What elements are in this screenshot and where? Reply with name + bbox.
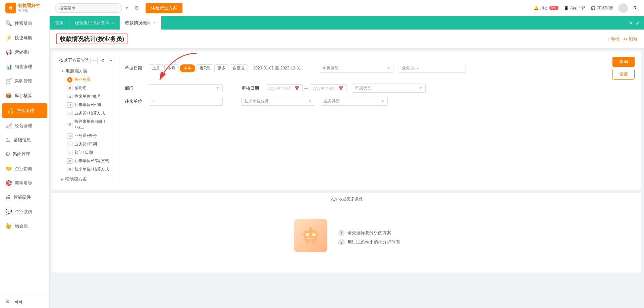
scheme-item-salesman[interactable]: ● 按业务员 [64, 75, 115, 84]
sidebar-item-wechat[interactable]: 💬 企业微信 [0, 204, 49, 219]
partner-select[interactable]: ··· [149, 97, 223, 106]
scheme-item-salesman-date[interactable]: ○ 业务员+日期 [64, 140, 115, 148]
scheme-item-pa-label: 往来单位+账号 [74, 94, 101, 99]
voucher-type-select[interactable]: 单据类型 ▼ [320, 64, 393, 73]
date-this-year-btn[interactable]: 本年 [180, 64, 195, 72]
user-avatar[interactable] [619, 3, 628, 13]
sidebar-item-operations[interactable]: 📈 经营管理 [0, 118, 49, 133]
sidebar-item-search[interactable]: 🔍 搜索菜单 [0, 16, 49, 31]
logo-area: 6 畅捷通好生 标准版 [5, 3, 55, 13]
scheme-item-dept-date[interactable]: ○ 部门+日期 [64, 148, 115, 157]
online-service-item[interactable]: 🎧 在线客服 [591, 5, 613, 11]
scheme-item-salesman-acct[interactable]: ⊟ 业务员+账号 [64, 132, 115, 140]
audit-date-to-input[interactable]: yyyy-mm-dd 📅 [310, 84, 346, 92]
sidebar-item-inventory[interactable]: 📦 库存核算 [0, 88, 49, 103]
sidebar-collapse-icon[interactable]: ◀◀ [14, 298, 22, 305]
scheme-item-ps1-icon: ⊞ [67, 158, 72, 164]
empty-step-2: 2 用过滤条件来缩小分析范围 [338, 239, 400, 246]
scheme-group-desktop-header[interactable]: ▼ 电脑端方案 [59, 67, 115, 75]
add-scheme-button[interactable]: + [90, 57, 98, 64]
notification-item[interactable]: 🔔 消息 99+ [534, 5, 558, 11]
dept-select[interactable]: ▼ [149, 84, 223, 92]
tab-receipt-stats-close[interactable]: × [153, 20, 156, 25]
scheme-item-sd-label: 业务员+日期 [74, 141, 97, 147]
collapse-bar[interactable]: ⋀⋀ 收起更多条件 [52, 193, 641, 205]
business-type-select[interactable]: 业务类型 ▼ [321, 97, 388, 106]
scheme-item-ps2-label: 往来单位+结算方式 [74, 166, 109, 172]
sidebar-item-finance[interactable]: 💰 资金管理 [2, 103, 47, 118]
scheme-item-partner-settle2[interactable]: ⊟ 往来单位+结算方式 [64, 165, 115, 173]
date-last-month-btn[interactable]: 上月 [149, 64, 163, 72]
audit-date-from-input[interactable]: yyyy-mm-dd 📅 [266, 84, 303, 92]
sidebar-item-hardware[interactable]: 🖨 智能硬件 [0, 190, 49, 204]
query-button[interactable]: 查询 [612, 57, 635, 67]
collapse-scheme-button[interactable]: « [108, 57, 115, 64]
audit-date-from-placeholder: yyyy-mm-dd [269, 86, 290, 91]
svg-rect-2 [306, 233, 309, 236]
sidebar-item-basic-info[interactable]: 🗂 基础信息 [0, 133, 49, 147]
tab-cash-flow-label: 现金银行流水查询 [75, 20, 110, 26]
scheme-item-partner-account[interactable]: ⊟ 往来单位+账号 [64, 92, 115, 101]
trial-button[interactable]: 体验行业方案 [146, 3, 182, 13]
scheme-item-pd-icon: ⊟ [67, 102, 72, 108]
settings-icon[interactable]: ⚙ [134, 5, 139, 11]
business-type-dropdown-icon: ▼ [381, 99, 385, 104]
page-header-right: ↑ 导出 ↻ 刷新 [607, 36, 638, 42]
tab-close-window-icon[interactable]: ✕ [629, 20, 633, 26]
search-input[interactable] [55, 3, 122, 13]
sidebar-item-nav[interactable]: ⚡ 快捷导航 [0, 31, 49, 45]
date-7days-btn[interactable]: 近7天 [197, 64, 213, 72]
tab-home[interactable]: 首页 [50, 16, 69, 30]
page-title: 收款情况统计(按业务员) [56, 34, 127, 44]
query-left-panel: 按以下方案查询 + ⚙ « ▼ 电脑端方案 [59, 57, 119, 185]
sidebar-item-system[interactable]: ⚙ 系统管理 [0, 147, 49, 161]
export-button[interactable]: ↑ 导出 [607, 36, 620, 42]
online-service-label: 在线客服 [597, 5, 613, 11]
date-more-btn[interactable]: 更多 [214, 64, 228, 72]
scheme-item-salesman-settle[interactable]: 📊 业务员+结算方式 [64, 109, 115, 117]
search-icon: 🔍 [5, 20, 12, 27]
tab-cash-flow-close[interactable]: × [112, 20, 114, 25]
operations-icon: 📈 [5, 122, 12, 129]
main-content: 首页 现金银行流水查询 × 收款情况统计 × ✕ ⤢ 收款情况统计(按业务员) [50, 16, 644, 308]
tab-expand-icon[interactable]: ⤢ [636, 20, 640, 26]
scheme-item-detail[interactable]: ⊞ 按明细 [64, 84, 115, 92]
tab-cash-flow[interactable]: 现金银行流水查询 × [69, 16, 120, 30]
partner-more-icon[interactable]: ··· [152, 99, 156, 104]
tab-receipt-stats[interactable]: 收款情况统计 × [120, 16, 161, 30]
sidebar-item-marketing[interactable]: 📢 营销推广 [0, 45, 49, 59]
sidebar-item-purchase[interactable]: 🛒 采购管理 [0, 74, 49, 88]
scheme-item-partner-settle1[interactable]: ⊞ 往来单位+结算方式 [64, 157, 115, 165]
refresh-button[interactable]: ↻ 刷新 [624, 36, 637, 42]
set-button[interactable]: 设置 [612, 69, 635, 80]
top-bar: 6 畅捷通好生 标准版 ▼ ⚙ 体验行业方案 🔔 消息 99+ 📱 App下载 … [0, 0, 644, 16]
export-label: 导出 [611, 36, 620, 42]
partner-category-select[interactable]: 往来单位分类 ▼ [241, 97, 315, 106]
audit-date-label: 审核日期 [241, 85, 260, 91]
notification-badge: 99+ [549, 6, 558, 10]
scheme-group-mobile-header[interactable]: ▶ 移动端方案 [59, 175, 115, 184]
query-section-label: 按以下方案查询 [59, 57, 90, 63]
salesman-more-icon[interactable]: ··· [414, 65, 418, 71]
main-layout: 🔍 搜索菜单 ⚡ 快捷导航 📢 营销推广 📊 销售管理 🛒 采购管理 📦 库存核… [0, 16, 644, 308]
scheme-item-partner-dept[interactable]: ⊟ 按往来单位+部门+收... [64, 117, 115, 132]
salesman-label: 业务员 [402, 65, 414, 71]
salesman-select[interactable]: 业务员 ··· [399, 64, 466, 73]
sidebar-item-guide[interactable]: 🎯 新手引导 [0, 176, 49, 190]
date-this-month-btn[interactable]: 本月 [164, 64, 178, 72]
sidebar-item-collab[interactable]: 🤝 企业协同 [0, 161, 49, 176]
group-expand-icon: ▼ [61, 69, 64, 73]
sidebar-item-member[interactable]: 👑 畅会员 [0, 219, 49, 233]
query-layout: 按以下方案查询 + ⚙ « ▼ 电脑端方案 [59, 57, 635, 185]
search-dropdown-icon[interactable]: ▼ [125, 6, 129, 10]
scheme-settings-button[interactable]: ⚙ [99, 57, 106, 64]
scheme-item-partner-date[interactable]: ⊟ 往来单位+日期 [64, 101, 115, 109]
date-custom-btn[interactable]: 自定义 [230, 64, 248, 72]
app-download-item[interactable]: 📱 App下载 [564, 5, 585, 11]
voucher-status-select[interactable]: 单据状态 ▼ [352, 84, 426, 93]
sidebar-gear-icon[interactable]: ⚙ [5, 298, 10, 305]
sidebar-item-sales[interactable]: 📊 销售管理 [0, 59, 49, 74]
sidebar-label-nav: 快捷导航 [15, 35, 32, 41]
empty-step-1: 1 请先选择要分析的方案 [338, 229, 400, 236]
voucher-type-dropdown-icon: ▼ [387, 66, 391, 70]
